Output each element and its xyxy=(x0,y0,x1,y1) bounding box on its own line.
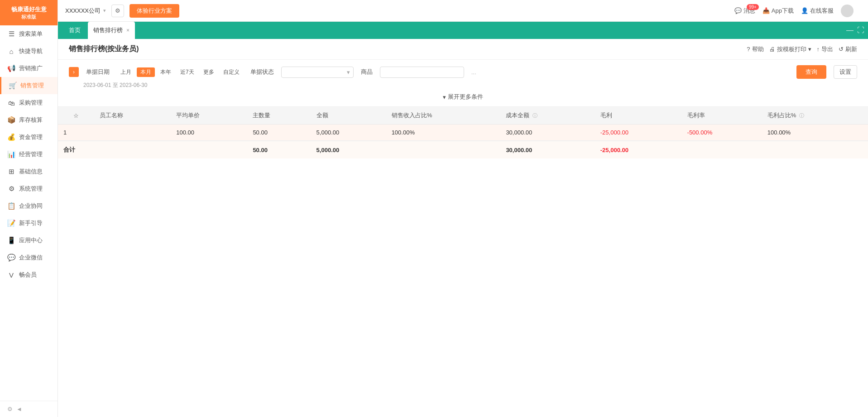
wechat-icon: 💬 xyxy=(7,254,15,262)
purchase-icon: 🛍 xyxy=(7,99,15,107)
sidebar-item-label: 畅会员 xyxy=(19,271,37,279)
table-footer-row: 合计 50.00 5,000.00 30,000.00 -25,000.00 xyxy=(58,141,868,158)
service-icon: 👤 xyxy=(801,7,808,14)
sidebar-bottom: ⚙ ◄ xyxy=(0,401,58,417)
enterprise-icon: 📋 xyxy=(7,202,15,210)
date-tab-this-year[interactable]: 本年 xyxy=(157,67,175,77)
filter-bar: › 单据日期 上月 本月 本年 近7天 更多 自定义 单据状态 xyxy=(58,60,868,107)
topbar-right: 💬 消息 99+ 📥 App下载 👤 在线客服 xyxy=(734,5,861,17)
sidebar-item-inventory[interactable]: 📦 库存核算 xyxy=(0,111,58,129)
cell-name xyxy=(94,125,171,141)
company-selector[interactable]: XXXXXX公司 ▾ xyxy=(65,7,106,15)
sidebar-item-label: 新手引导 xyxy=(19,219,43,227)
gross-pct-info-icon: ⓘ xyxy=(799,113,804,118)
date-tabs: 上月 本月 本年 近7天 更多 自定义 xyxy=(117,67,243,77)
chevron-down-icon: ▾ xyxy=(808,46,811,53)
sidebar-item-wechat[interactable]: 💬 企业微信 xyxy=(0,249,58,266)
date-tab-7days[interactable]: 近7天 xyxy=(177,67,198,77)
member-icon: V xyxy=(7,271,15,279)
tab-label: 销售排行榜 xyxy=(93,26,123,34)
date-tab-this-month[interactable]: 本月 xyxy=(137,67,155,77)
expand-more-button[interactable]: ▾ 展开更多条件 xyxy=(69,93,857,101)
sidebar-item-basics[interactable]: ⊞ 基础信息 xyxy=(0,163,58,180)
online-service-button[interactable]: 👤 在线客服 xyxy=(801,7,834,15)
tab-sales-ranking[interactable]: 销售排行榜 × xyxy=(88,22,135,39)
sidebar-item-enterprise[interactable]: 📋 企业协同 xyxy=(0,197,58,215)
footer-avg-price xyxy=(171,141,247,158)
col-amount: 全额 xyxy=(311,107,386,125)
tab-home[interactable]: 首页 xyxy=(62,22,88,39)
app-center-icon: 📱 xyxy=(7,236,15,244)
date-tab-custom[interactable]: 自定义 xyxy=(220,67,243,77)
company-name: XXXXXX公司 xyxy=(65,7,101,15)
settings-button[interactable]: 设置 xyxy=(834,65,857,79)
message-icon: 💬 xyxy=(734,7,742,14)
sidebar-item-app-center[interactable]: 📱 应用中心 xyxy=(0,232,58,249)
sales-icon: 🛒 xyxy=(9,81,17,90)
col-gross-rate: 毛利率 xyxy=(682,107,762,125)
app-download-button[interactable]: 📥 App下载 xyxy=(762,7,794,15)
cell-quantity: 50.00 xyxy=(247,125,311,141)
col-gross-pct: 毛利占比% ⓘ xyxy=(762,107,868,125)
sidebar-item-finance[interactable]: 💰 资金管理 xyxy=(0,129,58,146)
sidebar-item-search-order[interactable]: ☰ 搜索菜单 xyxy=(0,25,58,43)
footer-gross-pct xyxy=(762,141,868,158)
sidebar-item-label: 资金管理 xyxy=(19,133,43,141)
sidebar-collapse-icon[interactable]: ◄ xyxy=(16,406,22,412)
expand-filter-button[interactable]: › xyxy=(69,67,79,77)
page-title: 销售排行榜(按业务员) xyxy=(69,44,139,54)
col-settings[interactable]: ☆ xyxy=(58,107,94,125)
online-service-label: 在线客服 xyxy=(810,7,834,15)
avatar[interactable] xyxy=(841,5,854,17)
sidebar-settings-icon[interactable]: ⚙ xyxy=(7,406,13,412)
notification-button[interactable]: 💬 消息 99+ xyxy=(734,7,755,15)
tab-close-icon[interactable]: × xyxy=(126,27,129,34)
footer-gross: -25,000.00 xyxy=(595,141,682,158)
logo-main: 畅康通好生意 xyxy=(11,5,47,14)
sidebar-item-guide[interactable]: 📝 新手引导 xyxy=(0,215,58,232)
status-select[interactable] xyxy=(281,67,354,78)
sidebar-item-label: 营销推广 xyxy=(19,64,43,72)
refresh-icon: ↺ xyxy=(839,46,844,53)
sidebar-item-label: 销售管理 xyxy=(20,81,44,90)
sidebar-item-member[interactable]: V 畅会员 xyxy=(0,266,58,283)
sidebar-logo: 畅康通好生意 标准版 xyxy=(0,0,58,25)
sidebar-item-quick-nav[interactable]: ⌂ 快捷导航 xyxy=(0,43,58,60)
tab-minimize-icon[interactable]: — xyxy=(846,26,854,34)
sidebar-item-marketing[interactable]: 📢 营销推广 xyxy=(0,60,58,77)
refresh-button[interactable]: ↺ 刷新 xyxy=(839,45,857,53)
tabbar: 首页 销售排行榜 × — ⛶ xyxy=(58,22,868,39)
goods-input[interactable] xyxy=(380,67,464,78)
expand-down-icon: ▾ xyxy=(443,94,446,101)
sidebar-item-label: 经营管理 xyxy=(19,150,43,158)
app-download-label: App下载 xyxy=(772,7,794,15)
ranking-table: ☆ 员工名称 平均单价 主数量 全额 销售收入占比% 成本全额 ⓘ 毛利 毛利率… xyxy=(58,107,868,158)
experience-button[interactable]: 体验行业方案 xyxy=(129,4,179,18)
print-icon: 🖨 xyxy=(769,46,775,53)
sidebar-item-sales[interactable]: 🛒 销售管理 xyxy=(0,77,58,94)
sidebar-item-label: 应用中心 xyxy=(19,236,43,244)
settings-button[interactable]: ⚙ xyxy=(111,5,124,17)
page-content: 销售排行榜(按业务员) ? 帮助 🖨 按模板打印 ▾ ↑ 导出 ↺ 刷新 xyxy=(58,39,868,417)
status-filter-label: 单据状态 xyxy=(250,68,274,76)
sidebar-item-operations[interactable]: 📊 经营管理 xyxy=(0,146,58,163)
footer-label: 合计 xyxy=(58,141,171,158)
more-filters-link[interactable]: ... xyxy=(471,69,476,76)
footer-sales-pct xyxy=(386,141,501,158)
sidebar-item-purchase[interactable]: 🛍 采购管理 xyxy=(0,94,58,111)
date-tab-last-month[interactable]: 上月 xyxy=(117,67,135,77)
tab-actions: — ⛶ xyxy=(846,26,864,34)
print-button[interactable]: 🖨 按模板打印 ▾ xyxy=(769,45,811,53)
query-button[interactable]: 查询 xyxy=(796,65,826,79)
date-range: 2023-06-01 至 2023-06-30 xyxy=(83,81,147,89)
settings-icon[interactable]: ☆ xyxy=(73,112,79,119)
export-button[interactable]: ↑ 导出 xyxy=(817,45,834,53)
tab-expand-icon[interactable]: ⛶ xyxy=(857,26,864,34)
sidebar-item-label: 快捷导航 xyxy=(19,47,43,55)
date-tab-more[interactable]: 更多 xyxy=(200,67,218,77)
help-button[interactable]: ? 帮助 xyxy=(747,45,763,53)
col-name: 员工名称 xyxy=(94,107,171,125)
sidebar-item-system[interactable]: ⚙ 系统管理 xyxy=(0,180,58,197)
download-icon: 📥 xyxy=(762,7,770,14)
chevron-down-icon: ▾ xyxy=(103,8,106,14)
